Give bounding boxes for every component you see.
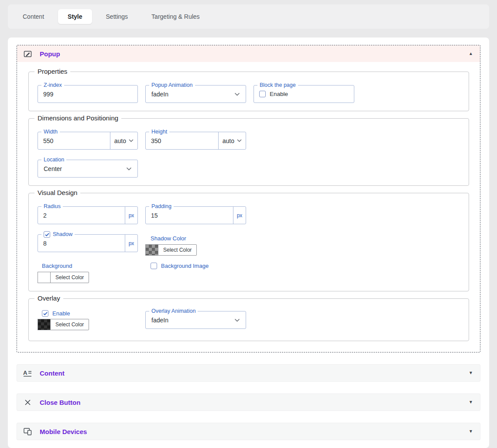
chevron-down-icon <box>129 139 134 142</box>
chevron-down-icon <box>234 92 240 96</box>
content-section-header[interactable]: A Content ▼ <box>17 364 480 382</box>
shadow-color-select-button[interactable]: Select Color <box>158 244 197 256</box>
shadow-label-group: Shadow <box>41 231 75 238</box>
tab-bar: Content Style Settings Targeting & Rules <box>8 4 489 29</box>
overlay-enable-row[interactable]: Enable <box>38 310 138 317</box>
popup-icon <box>23 49 32 58</box>
content-icon: A <box>23 369 32 377</box>
radius-label: Radius <box>41 203 63 210</box>
overlay-group: Overlay Enable Select Color <box>28 298 469 341</box>
svg-text:A: A <box>23 369 27 376</box>
content-section-title: Content <box>40 369 65 377</box>
shadow-label: Shadow <box>53 231 72 238</box>
visual-design-legend: Visual Design <box>34 189 80 196</box>
z-index-label: Z-index <box>41 82 64 89</box>
overlay-animation-label: Overlay Animation <box>149 308 198 315</box>
overlay-color-select-button[interactable]: Select Color <box>50 319 89 330</box>
block-page-enable-text: Enable <box>270 91 288 97</box>
expand-down-icon[interactable]: ▼ <box>469 400 473 404</box>
z-index-field: Z-index <box>38 85 138 103</box>
close-button-section-header[interactable]: Close Button ▼ <box>17 393 480 411</box>
mobile-devices-section-title: Mobile Devices <box>40 428 87 435</box>
properties-group: Properties Z-index Popup Animation fadeI… <box>28 72 469 111</box>
block-the-page-field: Block the page Enable <box>254 85 354 103</box>
padding-label: Padding <box>149 203 174 210</box>
dimensions-group: Dimensions and Positioning Width auto He… <box>28 118 469 186</box>
overlay-enable-checkbox[interactable] <box>42 310 48 317</box>
overlay-enable-label: Enable <box>52 310 70 317</box>
shadow-color-label: Shadow Color <box>151 235 186 242</box>
overlay-legend: Overlay <box>34 294 63 302</box>
location-value: Center <box>44 165 62 172</box>
width-unit-value: auto <box>114 137 126 144</box>
chevron-down-icon <box>237 139 242 142</box>
background-color-block: Background Select Color <box>38 262 138 283</box>
background-image-checkbox[interactable] <box>151 263 157 269</box>
width-unit-select[interactable]: auto <box>110 132 137 149</box>
height-field: Height auto <box>145 132 246 150</box>
style-settings-card: Popup ▲ Properties Z-index Popup Animati… <box>8 38 489 448</box>
shadow-field: Shadow px <box>38 234 138 252</box>
popup-section-header[interactable]: Popup ▲ <box>17 45 480 62</box>
close-button-section-title: Close Button <box>40 399 80 406</box>
check-icon <box>43 312 48 315</box>
popup-section-body: Properties Z-index Popup Animation fadeI… <box>17 62 480 352</box>
tab-style[interactable]: Style <box>58 9 92 24</box>
width-field: Width auto <box>38 132 138 150</box>
radius-unit: px <box>125 207 137 224</box>
popup-animation-label: Popup Animation <box>149 82 195 89</box>
chevron-down-icon <box>234 318 240 322</box>
check-icon <box>45 233 49 236</box>
dimensions-legend: Dimensions and Positioning <box>34 114 121 122</box>
chevron-down-icon <box>126 167 132 171</box>
block-the-page-label: Block the page <box>257 82 298 89</box>
mobile-devices-section-header[interactable]: Mobile Devices ▼ <box>17 423 480 440</box>
overlay-color-swatch[interactable] <box>38 319 51 330</box>
overlay-animation-value: fadeIn <box>151 317 168 324</box>
padding-unit: px <box>233 207 246 224</box>
background-select-button[interactable]: Select Color <box>50 272 89 283</box>
height-unit-select[interactable]: auto <box>218 132 246 149</box>
padding-field: Padding px <box>145 206 246 224</box>
shadow-enable-checkbox[interactable] <box>44 231 50 238</box>
tab-content[interactable]: Content <box>13 9 54 24</box>
tab-targeting-rules[interactable]: Targeting & Rules <box>142 9 209 24</box>
location-label: Location <box>41 156 66 164</box>
width-label: Width <box>41 128 60 136</box>
popup-animation-value: fadeIn <box>151 91 168 98</box>
properties-legend: Properties <box>34 68 70 75</box>
background-image-label: Background Image <box>161 263 209 269</box>
height-unit-value: auto <box>223 137 234 144</box>
shadow-color-block: Shadow Color Select Color <box>145 234 246 256</box>
collapse-up-icon[interactable]: ▲ <box>469 51 473 56</box>
block-page-enable-checkbox[interactable] <box>259 91 266 97</box>
shadow-unit: px <box>125 235 137 252</box>
background-color-swatch[interactable] <box>38 272 51 283</box>
background-label: Background <box>42 263 72 269</box>
visual-design-group: Visual Design Radius px Padding px <box>28 193 469 291</box>
shadow-color-swatch[interactable] <box>145 244 158 256</box>
tab-settings[interactable]: Settings <box>96 9 138 24</box>
popup-section-title: Popup <box>40 50 60 58</box>
radius-field: Radius px <box>38 206 138 224</box>
popup-section: Popup ▲ Properties Z-index Popup Animati… <box>17 45 480 352</box>
location-field: Location Center <box>38 160 138 178</box>
close-icon <box>23 398 32 407</box>
expand-down-icon[interactable]: ▼ <box>469 371 473 375</box>
overlay-enable-block: Enable Select Color <box>38 310 138 330</box>
background-image-row[interactable]: Background Image <box>151 263 246 269</box>
popup-animation-field: Popup Animation fadeIn <box>145 85 246 103</box>
overlay-animation-field: Overlay Animation fadeIn <box>145 311 246 329</box>
height-label: Height <box>149 128 169 136</box>
expand-down-icon[interactable]: ▼ <box>469 429 473 434</box>
mobile-devices-icon <box>23 427 32 436</box>
